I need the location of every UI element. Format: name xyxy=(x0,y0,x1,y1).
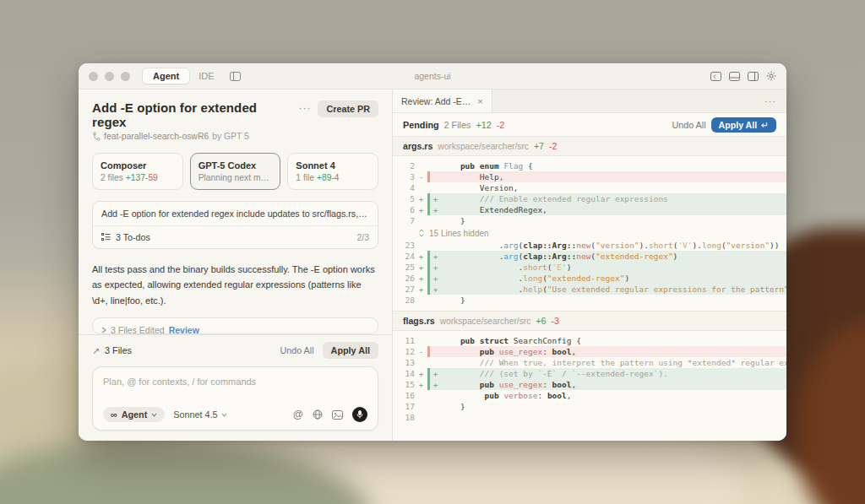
branch-name: feat-parallel-search-oswR6 xyxy=(104,132,209,141)
inner-sign: + xyxy=(430,284,441,295)
minimize-window-button[interactable] xyxy=(105,72,114,81)
image-icon[interactable] xyxy=(332,410,343,420)
line-content: } xyxy=(427,215,786,226)
close-tab-icon[interactable]: × xyxy=(477,96,482,106)
traffic-lights[interactable] xyxy=(89,72,130,81)
mode-selector[interactable]: ∞ Agent xyxy=(103,407,165,422)
inner-sign xyxy=(430,401,441,412)
mention-at-icon[interactable]: @ xyxy=(293,409,303,420)
diff-row-del: 12- pub use_regex: bool, xyxy=(393,346,786,357)
line-content: + .long("extended-regex") xyxy=(427,273,786,284)
line-sign: + xyxy=(415,368,427,379)
line-sign xyxy=(415,412,427,423)
task-title: Add -E option for extended regex xyxy=(92,100,291,129)
line-sign: + xyxy=(415,273,427,284)
inner-sign: + xyxy=(430,273,441,284)
line-content: + /// (set by `-E` / `--extended-regex`)… xyxy=(427,368,786,379)
review-tab[interactable]: Review: Add -E… × xyxy=(393,89,492,112)
create-pr-button[interactable]: Create PR xyxy=(318,100,378,117)
undo-all-button[interactable]: Undo All xyxy=(280,345,313,355)
tab-ide[interactable]: IDE xyxy=(190,68,222,84)
task-menu-button[interactable]: ··· xyxy=(291,100,318,116)
line-sign: + xyxy=(415,284,427,295)
inner-sign: + xyxy=(430,262,441,273)
tab-agent[interactable]: Agent xyxy=(142,68,190,84)
line-sign xyxy=(415,240,427,251)
task-description: Add -E option for extended regex include… xyxy=(93,202,378,226)
code-text: ExtendedRegex, xyxy=(441,204,547,215)
diff-row-ctx: 13 /// When true, interpret the pattern … xyxy=(393,357,786,368)
composer-placeholder[interactable]: Plan, @ for contexts, / for commands xyxy=(103,377,367,387)
diff-row-add: 5++ /// Enable extended regular expressi… xyxy=(393,193,786,204)
agent-card-detail: 2 files +137-59 xyxy=(101,173,175,182)
line-content: pub struct SearchConfig { xyxy=(427,335,786,346)
panel-left-icon[interactable] xyxy=(710,72,721,81)
titlebar: agents-ui Agent IDE xyxy=(79,63,786,89)
inner-sign xyxy=(430,160,441,171)
close-window-button[interactable] xyxy=(89,72,98,81)
zoom-window-button[interactable] xyxy=(121,72,130,81)
agent-card-deletions: -4 xyxy=(331,173,339,182)
line-number: 12 xyxy=(393,346,415,357)
code-text: pub verbose: bool, xyxy=(441,390,572,401)
code-text: pub use_regex: bool, xyxy=(441,346,576,357)
model-selector[interactable]: Sonnet 4.5 xyxy=(173,409,226,420)
line-sign xyxy=(415,182,427,193)
line-number: 15 xyxy=(393,379,415,390)
files-expand[interactable]: ↗ 3 Files xyxy=(92,345,132,356)
globe-icon[interactable] xyxy=(313,409,323,420)
chevron-right-icon[interactable] xyxy=(101,327,106,333)
line-sign: + xyxy=(415,379,427,390)
line-number: 14 xyxy=(393,368,415,379)
task-box[interactable]: Add -E option for extended regex include… xyxy=(92,201,378,249)
line-content: Help, xyxy=(427,171,786,182)
code-text: .short('E') xyxy=(441,262,571,273)
agent-card-composer[interactable]: Composer2 files +137-59 xyxy=(92,153,183,190)
pending-files-count: 2 Files xyxy=(444,120,471,130)
diff-file-header[interactable]: args.rsworkspace/searcher/src+7-2 xyxy=(393,137,786,156)
line-number: 16 xyxy=(393,390,415,401)
todos-label[interactable]: 3 To-dos xyxy=(116,232,150,242)
line-content: + .help("Use extended regular expression… xyxy=(427,284,786,295)
chat-composer[interactable]: Plan, @ for contexts, / for commands ∞ A… xyxy=(92,366,378,431)
git-branch-icon xyxy=(92,132,101,141)
apply-all-button[interactable]: Apply All xyxy=(323,342,378,359)
files-edited-label[interactable]: 3 Files Edited xyxy=(111,325,165,334)
code-text: Help, xyxy=(441,171,503,182)
diff-file-deletions: -2 xyxy=(549,137,557,155)
agent-card-gpt-5-codex[interactable]: GPT-5 CodexPlanning next m… xyxy=(190,153,281,190)
line-sign xyxy=(415,357,427,368)
infinity-icon: ∞ xyxy=(111,409,117,420)
diff-file-body: 11 pub struct SearchConfig {12- pub use_… xyxy=(393,331,786,428)
panel-bottom-icon[interactable] xyxy=(729,72,740,81)
review-tabbar: Review: Add -E… × ··· xyxy=(393,89,786,113)
unfold-lines-icon xyxy=(418,229,425,237)
return-key-icon: ↵ xyxy=(761,120,769,130)
agent-panel: Add -E option for extended regex ··· Cre… xyxy=(79,89,393,441)
diff-row-ctx: 18 xyxy=(393,412,786,423)
pending-files-bar: ↗ 3 Files Undo All Apply All xyxy=(92,342,378,359)
line-content: + .arg(clap::Arg::new("extended-regex") xyxy=(427,251,786,262)
hidden-lines-toggle[interactable]: 15 Lines hidden xyxy=(393,226,786,240)
diff-scroll[interactable]: args.rsworkspace/searcher/src+7-22 pub e… xyxy=(393,137,786,441)
line-sign: - xyxy=(415,346,427,357)
diff-row-add: 25++ .short('E') xyxy=(393,262,786,273)
panel-right-icon[interactable] xyxy=(748,72,759,81)
review-undo-all-button[interactable]: Undo All xyxy=(672,120,705,130)
settings-gear-icon[interactable] xyxy=(766,71,776,81)
agent-card-files: 1 file xyxy=(296,173,317,182)
agent-card-sonnet-4[interactable]: Sonnet 41 file +89-4 xyxy=(287,153,378,190)
line-sign: + xyxy=(415,204,427,215)
diff-file-header[interactable]: flags.rsworkspace/searcher/src+6-3 xyxy=(393,311,786,331)
line-number: 13 xyxy=(393,357,415,368)
review-apply-all-button[interactable]: Apply All ↵ xyxy=(711,117,776,133)
agent-card-additions: +137 xyxy=(126,173,145,182)
review-link[interactable]: Review xyxy=(169,325,199,334)
code-text: .long("extended-regex") xyxy=(441,273,629,284)
microphone-button[interactable] xyxy=(352,407,367,422)
agent-card-title: Composer xyxy=(101,160,175,171)
tabbar-more-button[interactable]: ··· xyxy=(754,89,786,112)
arrow-up-right-icon: ↗ xyxy=(92,345,100,356)
layout-columns-icon[interactable] xyxy=(230,72,241,81)
line-number: 6 xyxy=(393,204,415,215)
